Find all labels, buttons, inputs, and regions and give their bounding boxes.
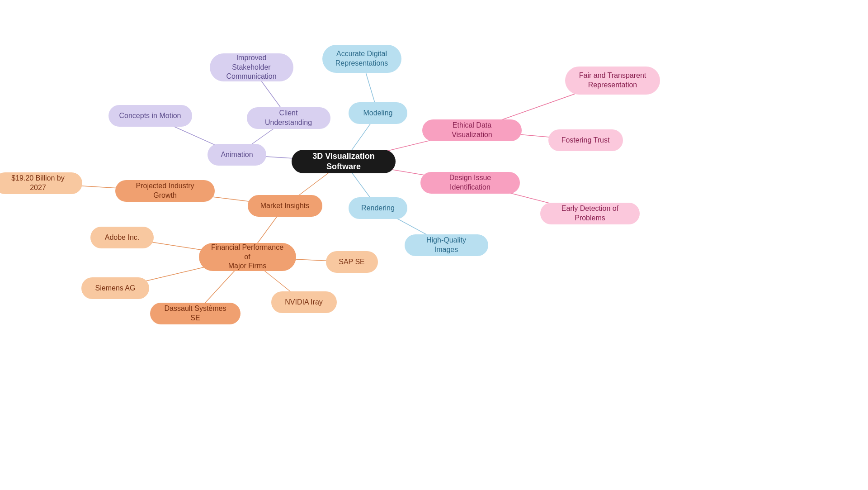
node-client-understanding[interactable]: Client Understanding: [247, 107, 330, 129]
node-sap[interactable]: SAP SE: [326, 251, 378, 273]
node-fair-transparent[interactable]: Fair and Transparent Representation: [565, 67, 660, 95]
center-node[interactable]: 3D Visualization Software: [292, 150, 396, 173]
node-early-detection[interactable]: Early Detection of Problems: [540, 203, 640, 224]
node-accurate-digital[interactable]: Accurate Digital Representations: [322, 45, 401, 73]
node-ethical-data[interactable]: Ethical Data Visualization: [422, 119, 522, 141]
node-siemens[interactable]: Siemens AG: [81, 277, 149, 299]
node-design-issue[interactable]: Design Issue Identification: [420, 172, 520, 194]
node-concepts-in-motion[interactable]: Concepts in Motion: [108, 105, 192, 127]
node-financial-performance[interactable]: Financial Performance of Major Firms: [199, 243, 296, 271]
node-projected-growth[interactable]: Projected Industry Growth: [115, 180, 215, 202]
node-market-insights[interactable]: Market Insights: [248, 195, 322, 217]
node-high-quality[interactable]: High-Quality Images: [405, 234, 488, 256]
node-modeling[interactable]: Modeling: [349, 102, 407, 124]
node-billion[interactable]: $19.20 Billion by 2027: [0, 172, 82, 194]
node-rendering[interactable]: Rendering: [349, 197, 407, 219]
node-dassault[interactable]: Dassault Systèmes SE: [150, 303, 241, 324]
node-adobe[interactable]: Adobe Inc.: [90, 227, 154, 248]
node-fostering-trust[interactable]: Fostering Trust: [548, 129, 623, 151]
node-nvidia[interactable]: NVIDIA Iray: [271, 291, 337, 313]
node-animation[interactable]: Animation: [208, 144, 266, 166]
node-improved-stakeholder[interactable]: Improved Stakeholder Communication: [210, 53, 293, 81]
